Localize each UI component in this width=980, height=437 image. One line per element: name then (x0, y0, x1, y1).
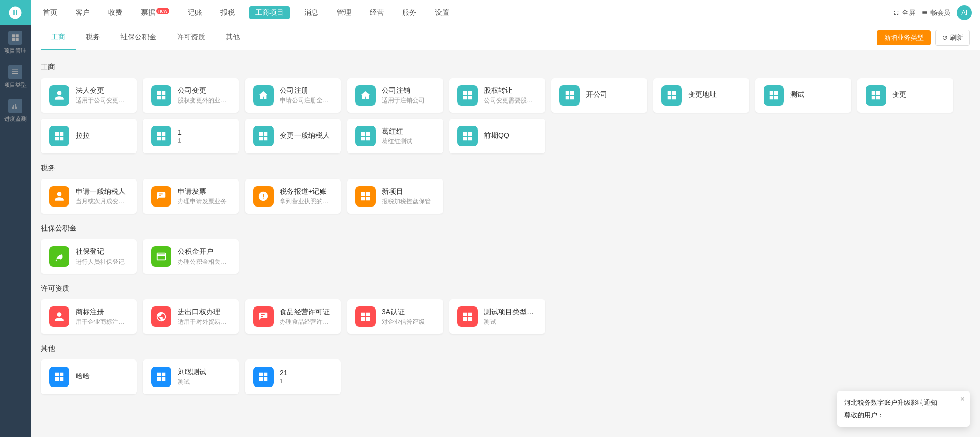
nav-accounting[interactable]: 记账 (184, 6, 206, 19)
tabs-bar: 工商 税务 社保公积金 许可资质 其他 新增业务类型 刷新 (31, 25, 980, 50)
card-test[interactable]: 测试 (755, 78, 851, 113)
cards-grid-shuiwu: 申请一般纳税人 当月或次月成变更完成 申请发票 办理申请发票业务 (41, 179, 970, 214)
card-company-change[interactable]: 公司变更 股权变更外的业务变更 (143, 78, 239, 113)
haha-icon (49, 367, 69, 387)
new-business-type-button[interactable]: 新增业务类型 (877, 30, 931, 45)
cards-grid-xuke: 商标注册 用于企业商标注册服务 进出口权办理 适用于对外贸易经营者 (41, 299, 970, 334)
cert-icon (355, 306, 376, 327)
card-faren-biangeng[interactable]: 法人变更 适用于公司变更法人 (41, 78, 137, 113)
card-qianqi-qq[interactable]: 前期QQ (449, 119, 545, 153)
card-new-project[interactable]: 新项目 报税加税控盘保管 (347, 179, 443, 214)
address-icon (662, 85, 682, 106)
sidebar: 项目管理 项目类型 进度监测 (0, 0, 31, 437)
person-icon (49, 85, 69, 106)
qq-icon (457, 126, 478, 146)
nav-ticket[interactable]: 票据new (137, 6, 174, 19)
vip-btn[interactable]: 畅会员 (921, 8, 950, 17)
refresh-button[interactable]: 刷新 (935, 30, 970, 46)
card-change[interactable]: 变更 (857, 78, 953, 113)
notification-title: 河北税务数字账户升级影响通知 (844, 398, 963, 408)
nav-fee[interactable]: 收费 (104, 6, 127, 19)
grid-icon (151, 85, 172, 106)
app-logo (0, 0, 31, 25)
sidebar-item-project-type[interactable]: 项目类型 (0, 60, 31, 94)
building-icon (253, 85, 274, 106)
leaf-icon (49, 246, 69, 267)
tabs: 工商 税务 社保公积金 许可资质 其他 (41, 25, 250, 50)
tabs-actions: 新增业务类型 刷新 (877, 30, 970, 46)
building-icon2 (355, 85, 376, 106)
card-liucong-test[interactable]: 刘聪测试 测试 (143, 359, 239, 394)
tab-other[interactable]: 其他 (215, 25, 250, 50)
card-housing-fund[interactable]: 公积金开户 办理公积金相关业务 (143, 239, 239, 274)
new-badge: new (156, 8, 169, 14)
nav-customer[interactable]: 客户 (71, 6, 94, 19)
card-trademark[interactable]: 商标注册 用于企业商标注册服务 (41, 299, 137, 334)
equity-icon (457, 85, 478, 106)
new-project-icon (355, 186, 376, 207)
lala-icon (49, 126, 69, 146)
fullscreen-btn[interactable]: 全屏 (893, 8, 915, 17)
globe-icon (151, 306, 172, 327)
section-title-shuiwu: 税务 (41, 164, 970, 173)
tab-gongshang[interactable]: 工商 (41, 25, 76, 50)
content-area: 工商 税务 社保公积金 许可资质 其他 新增业务类型 刷新 工商 (31, 25, 980, 437)
card-gehonghong[interactable]: 葛红红 葛红红测试 (347, 119, 443, 153)
nav-tax[interactable]: 报税 (216, 6, 239, 19)
nav-operation[interactable]: 经营 (365, 6, 388, 19)
card-open-company[interactable]: 开公司 (551, 78, 647, 113)
avatar[interactable]: Ai (957, 5, 972, 20)
sidebar-item-progress[interactable]: 进度监测 (0, 94, 31, 128)
receipt-icon (151, 186, 172, 207)
cards-grid-gongshang: 法人变更 适用于公司变更法人 公司变更 股权变更外的业务变更 (41, 78, 970, 153)
card-apply-invoice[interactable]: 申请发票 办理申请发票业务 (143, 179, 239, 214)
card-equity-transfer[interactable]: 股权转让 公司变更需要股权转让 (449, 78, 545, 113)
21-icon (253, 367, 274, 387)
notification-sub: 尊敬的用户： (844, 410, 963, 420)
nav-service[interactable]: 服务 (398, 6, 421, 19)
card-3a-cert[interactable]: 3A认证 对企业信誉评级 (347, 299, 443, 334)
card-import-export[interactable]: 进出口权办理 适用于对外贸易经营者 (143, 299, 239, 334)
section-title-xuke: 许可资质 (41, 284, 970, 293)
coin-icon (253, 186, 274, 207)
notification-close-btn[interactable]: × (960, 395, 965, 404)
food-icon (253, 306, 274, 327)
notification-popup: × 河北税务数字账户升级影响通知 尊敬的用户： (837, 391, 970, 427)
gehonghong-icon (355, 126, 376, 146)
card-haha[interactable]: 哈哈 (41, 359, 137, 394)
cards-grid-other: 哈哈 刘聪测试 测试 21 (41, 359, 970, 394)
card-tax-report[interactable]: 税务报道+记账 拿到营业执照的新公司 (245, 179, 341, 214)
liucong-icon (151, 367, 172, 387)
one-icon (151, 126, 172, 146)
card-social-insurance[interactable]: 社保登记 进行人员社保登记 (41, 239, 137, 274)
tab-shuiwu[interactable]: 税务 (76, 25, 110, 50)
section-title-other: 其他 (41, 344, 970, 353)
section-title-shebao: 社保公积金 (41, 224, 970, 233)
card-21[interactable]: 21 1 (245, 359, 341, 394)
page-body: 工商 法人变更 适用于公司变更法人 公司变更 股权变 (31, 50, 980, 413)
card-change-taxpayer[interactable]: 变更一般纳税人 (245, 119, 341, 153)
change-icon (866, 85, 886, 106)
card-food-license[interactable]: 食品经营许可证 办理食品经营许可证 (245, 299, 341, 334)
card-company-cancel[interactable]: 公司注销 适用于注销公司 (347, 78, 443, 113)
topnav-right: 全屏 畅会员 Ai (893, 5, 972, 20)
card-company-register[interactable]: 公司注册 申请公司注册全流程 (245, 78, 341, 113)
tab-xuke[interactable]: 许可资质 (166, 25, 215, 50)
card-test-type-def[interactable]: 测试项目类型目定义 测试 (449, 299, 545, 334)
list-icon (8, 65, 22, 79)
taxpayer-icon (253, 126, 274, 146)
nav-home[interactable]: 首页 (39, 6, 61, 19)
nav-manage[interactable]: 管理 (333, 6, 355, 19)
nav-settings[interactable]: 设置 (431, 6, 453, 19)
card-apply-taxpayer[interactable]: 申请一般纳税人 当月或次月成变更完成 (41, 179, 137, 214)
section-title-gongshang: 工商 (41, 63, 970, 72)
card-lala[interactable]: 拉拉 (41, 119, 137, 153)
nav-business[interactable]: 工商项目 (249, 6, 290, 19)
card-change-address[interactable]: 变更地址 (653, 78, 749, 113)
def-icon (457, 306, 478, 327)
tab-shebao[interactable]: 社保公积金 (110, 25, 166, 50)
nav-message[interactable]: 消息 (300, 6, 323, 19)
card-1[interactable]: 1 1 (143, 119, 239, 153)
sidebar-item-project-manage[interactable]: 项目管理 (0, 25, 31, 60)
open-icon (559, 85, 580, 106)
